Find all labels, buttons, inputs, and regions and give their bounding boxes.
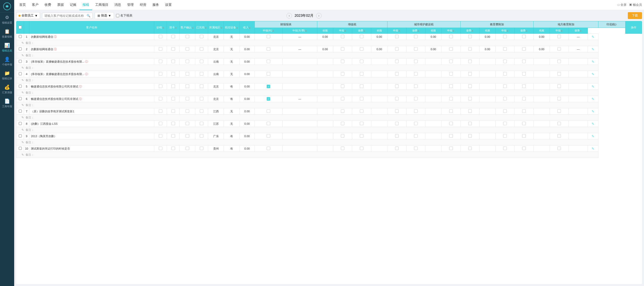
cheng-jiaofei-cell[interactable] [406, 46, 425, 52]
action-cell[interactable]: ✎ [588, 108, 598, 115]
caibao-year-cell[interactable] [255, 71, 282, 77]
zeng-shenbao-cell[interactable] [333, 121, 352, 127]
df-jiaofei-cell[interactable] [515, 83, 534, 90]
edit-icon[interactable]: ✎ [592, 85, 594, 88]
named-list-checkbox[interactable]: 名下税表 [116, 13, 132, 18]
zeng-shenbao-cell[interactable] [333, 108, 352, 115]
jy-jiaofei-cell[interactable] [460, 59, 479, 65]
zeng-jiaofei-cell[interactable] [352, 59, 371, 65]
kehu-confirm-cell[interactable] [180, 133, 195, 139]
yh-shenbao-cell[interactable] [550, 146, 569, 152]
yh-shenbao-cell[interactable] [550, 71, 569, 77]
cheng-jiaofei-cell[interactable] [406, 96, 425, 102]
chaoshui-cell[interactable] [154, 96, 167, 102]
cheng-shenbao-cell[interactable] [387, 108, 406, 115]
zeng-jiaofei-cell[interactable] [352, 83, 371, 90]
qingka-cell[interactable] [167, 108, 180, 115]
fullscreen-btn[interactable]: □ 全屏 [618, 3, 627, 7]
zeng-shenbao-cell[interactable] [333, 146, 352, 152]
zeng-shenbao-cell[interactable] [333, 34, 352, 40]
cheng-jiaofei-cell[interactable] [406, 83, 425, 90]
row-select-checkbox[interactable] [16, 71, 24, 77]
df-shenbao-cell[interactable] [496, 121, 515, 127]
select-all-checkbox[interactable] [18, 26, 22, 29]
search-box[interactable]: 🔍 [42, 13, 93, 19]
jy-jiaofei-cell[interactable] [460, 96, 479, 102]
nav-item-baoshui[interactable]: 报税 [80, 0, 92, 10]
cheng-shenbao-cell[interactable] [387, 34, 406, 40]
qingka-cell[interactable] [167, 34, 180, 40]
kehu-confirm-cell[interactable] [180, 121, 195, 127]
jy-shenbao-cell[interactable] [441, 83, 460, 90]
cheng-shenbao-cell[interactable] [387, 146, 406, 152]
action-cell[interactable]: ✎ [588, 71, 598, 77]
download-button[interactable]: 下载 [628, 12, 642, 19]
zeng-jiaofei-cell[interactable] [352, 146, 371, 152]
row-select-checkbox[interactable] [16, 133, 24, 139]
caibao-year-cell[interactable] [255, 121, 282, 127]
cheng-jiaofei-cell[interactable] [406, 146, 425, 152]
zeng-shenbao-cell[interactable] [333, 83, 352, 90]
row-select-checkbox[interactable] [16, 121, 24, 127]
df-jiaofei-cell[interactable] [515, 146, 534, 152]
vip-btn[interactable]: ▣ 畅会员 [629, 3, 642, 7]
zeng-jiaofei-cell[interactable] [352, 96, 371, 102]
df-shenbao-cell[interactable] [496, 83, 515, 90]
nav-item-fuwu[interactable]: 服务 [149, 0, 162, 10]
chaoshui-cell[interactable] [154, 133, 167, 139]
qingka-cell[interactable] [167, 59, 180, 65]
df-shenbao-cell[interactable] [496, 59, 515, 65]
row-select-checkbox[interactable] [16, 34, 24, 40]
sidebar-item-baoshui-shezhi[interactable]: ⚙ 报税设置 [0, 13, 14, 27]
qingka-cell[interactable] [167, 83, 180, 90]
zeng-jiaofei-cell[interactable] [352, 108, 371, 115]
df-jiaofei-cell[interactable] [515, 71, 534, 77]
cheng-shenbao-cell[interactable] [387, 59, 406, 65]
chaoshui-cell[interactable] [154, 59, 167, 65]
df-jiaofei-cell[interactable] [515, 121, 534, 127]
nav-item-xiaoxi[interactable]: 消息 [111, 0, 124, 10]
df-shenbao-cell[interactable] [496, 46, 515, 52]
chaoshui-cell[interactable] [154, 121, 167, 127]
qingka-cell[interactable] [167, 146, 180, 152]
edit-icon[interactable]: ✎ [592, 47, 594, 51]
nav-item-piaoju[interactable]: 票据 [54, 0, 67, 10]
nav-item-homepage[interactable]: 首页 [16, 0, 29, 10]
jy-jiaofei-cell[interactable] [460, 146, 479, 152]
cheng-jiaofei-cell[interactable] [406, 34, 425, 40]
zeng-shenbao-cell[interactable] [333, 133, 352, 139]
caibao-year-cell[interactable] [255, 46, 282, 52]
cheng-shenbao-cell[interactable] [387, 46, 406, 52]
qingka-cell[interactable] [167, 46, 180, 52]
caibao-year-cell[interactable] [255, 108, 282, 115]
cheng-shenbao-cell[interactable] [387, 83, 406, 90]
pencil-note-icon[interactable]: ✎ [22, 41, 24, 44]
chaoshui-cell[interactable] [154, 34, 167, 40]
jy-shenbao-cell[interactable] [441, 146, 460, 152]
cheng-jiaofei-cell[interactable] [406, 133, 425, 139]
pencil-note-icon[interactable]: ✎ [22, 79, 24, 82]
kehu-confirm-cell[interactable] [180, 146, 195, 152]
yiwanshui-cell[interactable] [195, 96, 208, 102]
chaoshui-cell[interactable] [154, 46, 167, 52]
caibao-year-cell[interactable]: ✓ [255, 83, 282, 90]
row-select-checkbox[interactable] [16, 96, 24, 102]
row-select-checkbox[interactable] [16, 46, 24, 52]
nav-item-shoufei[interactable]: 收费 [42, 0, 54, 10]
nav-item-gongshang[interactable]: 工商项目 [92, 0, 111, 10]
sidebar-item-gongshang-nianbao[interactable]: 📄 工商年报 [0, 96, 14, 110]
yiwanshui-cell[interactable] [195, 59, 208, 65]
prev-month-btn[interactable]: ‹ [286, 13, 292, 19]
caibao-year-cell[interactable] [255, 133, 282, 139]
zeng-jiaofei-cell[interactable] [352, 133, 371, 139]
yiwanshui-cell[interactable] [195, 133, 208, 139]
cheng-jiaofei-cell[interactable] [406, 59, 425, 65]
df-shenbao-cell[interactable] [496, 96, 515, 102]
row-select-checkbox[interactable] [16, 108, 24, 115]
row-select-checkbox[interactable] [16, 59, 24, 65]
chaoshui-cell[interactable] [154, 83, 167, 90]
nav-item-shezhi[interactable]: 设置 [162, 0, 175, 10]
search-input[interactable] [44, 14, 87, 17]
sidebar-item-piliang-baoshui[interactable]: 📋 批量报税 [0, 27, 14, 41]
cheng-shenbao-cell[interactable] [387, 71, 406, 77]
